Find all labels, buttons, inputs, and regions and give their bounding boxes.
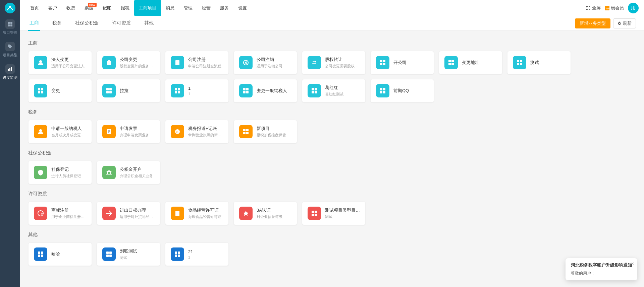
card-0-4[interactable]: 股权转让公司变更需要股权转让: [302, 51, 366, 74]
fullscreen-btn[interactable]: 全屏: [586, 5, 601, 11]
card-2-0[interactable]: 社保登记进行人员社保登记: [28, 161, 92, 184]
subtab-other[interactable]: 其他: [143, 16, 155, 31]
subtab-social[interactable]: 社保公积金: [74, 16, 100, 31]
card-title: 公司变更: [120, 57, 155, 63]
section-title-1: 税务: [28, 109, 636, 115]
nav-message[interactable]: 消息: [161, 0, 179, 16]
card-4-0[interactable]: 哈哈: [28, 242, 92, 266]
svg-rect-8: [11, 67, 12, 71]
card-info: 变更: [51, 88, 86, 94]
card-desc: 葛红红测试: [325, 92, 360, 97]
nav-home[interactable]: 首页: [25, 0, 44, 16]
sidebar-item-project-type[interactable]: 项目类型: [0, 39, 20, 61]
card-0-3[interactable]: 公司注销适用于注销公司: [233, 51, 297, 74]
content-area: 工商法人变更适用于公司变更法人公司变更股权变更外的业务变更公司注册申请公司注册全…: [20, 31, 644, 279]
svg-rect-79: [106, 255, 109, 257]
card-title: 公司注销: [257, 57, 291, 63]
nav-billing[interactable]: 收费: [62, 0, 80, 16]
nav-tax[interactable]: 报税: [116, 0, 134, 16]
nav-industrial[interactable]: 工商项目: [134, 0, 161, 16]
card-1-0[interactable]: 申请一般纳税人当月或次月成变更完成: [28, 120, 92, 143]
card-4-1[interactable]: 刘聪测试测试: [97, 242, 160, 266]
card-info: 股权转让公司变更需要股权转让: [325, 57, 360, 69]
card-0-1[interactable]: 公司变更股权变更外的业务变更: [97, 51, 160, 74]
sub-tabs: 工商 税务 社保公积金 许可资质 其他 新增业务类型 刷新: [20, 16, 644, 31]
card-0-7[interactable]: 测试: [507, 51, 571, 74]
card-title: 法人变更: [51, 57, 86, 63]
doc-icon: [102, 125, 116, 138]
nav-manage[interactable]: 管理: [179, 0, 197, 16]
card-title: 葛红红: [325, 85, 360, 91]
sidebar-item-label: 项目管理: [3, 30, 17, 35]
card-1-1[interactable]: 申请发票办理申请发票业务: [97, 120, 160, 143]
svg-text:TM: TM: [39, 212, 43, 215]
card-0-0[interactable]: 法人变更适用于公司变更法人: [28, 51, 92, 74]
nav-service[interactable]: 服务: [215, 0, 233, 16]
card-info: 食品经营许可证办理食品经营许可证: [188, 207, 223, 219]
card-4-2[interactable]: 211: [165, 242, 229, 266]
grid-icon: [376, 84, 389, 97]
vip-btn[interactable]: VIP 畅会员: [605, 5, 624, 11]
cards-grid-4: 哈哈刘聪测试测试211: [28, 242, 636, 266]
card-1-3[interactable]: 新项目报税加税控盘保管: [233, 120, 297, 143]
card-title: 测试项目类型目定义: [325, 207, 360, 213]
svg-rect-72: [315, 214, 317, 216]
card-0-9[interactable]: 拉拉: [97, 79, 160, 102]
section-title-0: 工商: [28, 40, 636, 46]
sidebar-item-project-manage[interactable]: 项目管理: [0, 16, 20, 39]
nav-customer[interactable]: 客户: [44, 0, 62, 16]
new-type-button[interactable]: 新增业务类型: [575, 18, 610, 28]
card-desc: 办理食品经营许可证: [188, 214, 223, 219]
subtab-industrial[interactable]: 工商: [28, 16, 40, 31]
nav-operation[interactable]: 经营: [197, 0, 215, 16]
svg-rect-34: [106, 88, 109, 90]
svg-rect-31: [41, 88, 43, 90]
svg-text:¥: ¥: [176, 131, 178, 134]
svg-rect-23: [451, 60, 454, 62]
grid-icon: [308, 207, 321, 220]
card-2-1[interactable]: 公积金开户办理公积金相关业务: [97, 161, 160, 184]
card-3-1[interactable]: 进出口权办理适用于对外贸易经营者: [97, 202, 160, 225]
card-info: 变更地址: [462, 60, 497, 66]
svg-rect-13: [108, 60, 110, 61]
nav-settings[interactable]: 设置: [233, 0, 252, 16]
card-0-6[interactable]: 变更地址: [439, 51, 502, 74]
grid-icon: [171, 84, 184, 97]
grid-icon: [34, 84, 47, 97]
svg-rect-70: [315, 211, 317, 213]
card-0-5[interactable]: 开公司: [370, 51, 434, 74]
card-0-2[interactable]: 公司注册申请公司注册全流程: [165, 51, 229, 74]
nav-accounting[interactable]: 记账: [98, 0, 116, 16]
card-0-13[interactable]: 前期QQ: [370, 79, 434, 102]
card-0-10[interactable]: 11: [165, 79, 229, 102]
card-info: 3A认证对企业信誉评级: [257, 207, 291, 219]
refresh-button[interactable]: 刷新: [613, 18, 636, 28]
svg-rect-26: [517, 60, 519, 62]
svg-rect-51: [383, 88, 385, 90]
nav-ticket[interactable]: 票据 new: [80, 0, 98, 16]
card-3-2[interactable]: 食品经营许可证办理食品经营许可证: [165, 202, 229, 225]
card-info: 进出口权办理适用于对外贸易经营者: [120, 207, 155, 219]
svg-rect-44: [243, 91, 246, 93]
card-title: 股权转让: [325, 57, 360, 63]
card-title: 变更: [51, 88, 86, 94]
subtab-tax[interactable]: 税务: [51, 16, 63, 31]
svg-rect-33: [41, 91, 43, 93]
top-nav-right: 全屏 VIP 畅会员 用: [586, 3, 639, 13]
chart-icon: [5, 64, 15, 74]
card-0-8[interactable]: 变更: [28, 79, 92, 102]
card-1-2[interactable]: ¥税务报道+记账拿到营业执照的新公司: [165, 120, 229, 143]
card-3-3[interactable]: 3A认证对企业信誉评级: [233, 202, 297, 225]
user-avatar[interactable]: 用: [628, 3, 639, 13]
subtab-license[interactable]: 许可资质: [111, 16, 132, 31]
notification-close-btn[interactable]: ×: [631, 261, 634, 266]
grid-icon: [34, 247, 47, 261]
svg-rect-61: [246, 132, 249, 134]
card-3-4[interactable]: 测试项目类型目定义测试: [302, 202, 366, 225]
card-0-12[interactable]: 葛红红葛红红测试: [302, 79, 366, 102]
card-desc: 进行人员社保登记: [51, 173, 86, 178]
card-0-11[interactable]: 变更一般纳税人: [233, 79, 297, 102]
sidebar-item-progress[interactable]: 进度监测: [0, 61, 20, 83]
card-3-0[interactable]: TM商标注册用于企业商标注册服务: [28, 202, 92, 225]
card-title: 新项目: [257, 126, 291, 132]
